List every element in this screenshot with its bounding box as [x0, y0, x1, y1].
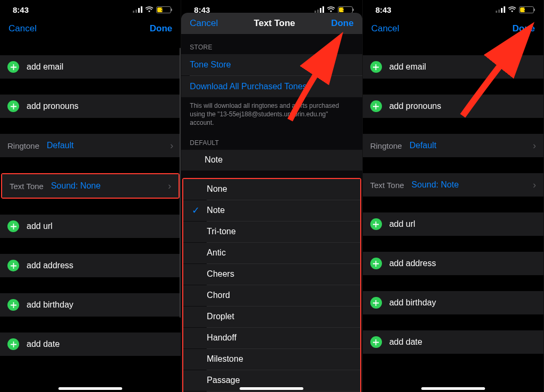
- screen-text-tone-sheet: 8:43 36 Cancel Text Tone Done Store Tone…: [181, 0, 362, 392]
- battery-icon: 37: [156, 6, 171, 13]
- home-indicator[interactable]: [240, 387, 303, 390]
- svg-rect-6: [320, 8, 321, 13]
- tone-option[interactable]: Droplet: [183, 306, 360, 327]
- section-header-default: Default: [181, 130, 362, 150]
- svg-rect-2: [138, 8, 140, 13]
- tone-option[interactable]: Chord: [183, 285, 360, 306]
- tone-name: Handoff: [207, 333, 351, 343]
- wifi-icon: [508, 6, 516, 13]
- ringtone-row[interactable]: Ringtone Default ›: [363, 134, 543, 157]
- chevron-right-icon: ›: [533, 180, 536, 191]
- tone-store-row[interactable]: Tone Store: [181, 54, 362, 75]
- tone-option-top[interactable]: Note: [181, 150, 362, 171]
- add-url-row[interactable]: add url: [0, 215, 181, 238]
- text-tone-row[interactable]: Text Tone Sound: None ›: [2, 174, 178, 198]
- tone-name: Antic: [207, 248, 351, 258]
- tone-option[interactable]: ✓Note: [183, 200, 360, 221]
- done-button[interactable]: Done: [512, 23, 535, 34]
- battery-icon: 36: [338, 6, 353, 13]
- plus-icon: [7, 220, 19, 232]
- plus-icon: [370, 218, 382, 230]
- nav-bar: Cancel Done: [0, 18, 181, 39]
- tone-option[interactable]: Cheers: [183, 264, 360, 285]
- svg-rect-7: [322, 6, 324, 13]
- tone-name: None: [207, 184, 351, 194]
- plus-icon: [370, 336, 382, 348]
- cellular-icon: [314, 6, 324, 13]
- download-tones-row[interactable]: Download All Purchased Tones: [181, 76, 362, 97]
- done-button[interactable]: Done: [150, 23, 173, 34]
- highlight-annotation: None✓NoteTri-toneAnticCheersChordDroplet…: [182, 178, 361, 392]
- tone-name: Droplet: [207, 312, 351, 321]
- tone-option[interactable]: None: [183, 179, 360, 200]
- cellular-icon: [496, 6, 505, 13]
- plus-icon: [370, 61, 382, 73]
- svg-rect-11: [504, 6, 505, 13]
- plus-icon: [7, 260, 19, 271]
- home-indicator[interactable]: [58, 387, 122, 390]
- add-pronouns-row[interactable]: add pronouns: [363, 95, 543, 118]
- section-header-store: Store: [181, 34, 362, 54]
- status-time: 8:43: [13, 5, 29, 14]
- plus-icon: [7, 299, 19, 311]
- add-address-row[interactable]: add address: [0, 254, 181, 277]
- plus-icon: [7, 100, 19, 112]
- add-birthday-row[interactable]: add birthday: [0, 293, 181, 317]
- svg-rect-10: [501, 8, 503, 13]
- tone-name: Passage: [207, 376, 351, 385]
- battery-icon: 36: [519, 6, 534, 13]
- screen-contact-edit-2: 8:43 36 Cancel Done add email add p: [363, 0, 544, 392]
- status-bar: 8:43 37: [0, 0, 181, 18]
- ringtone-row[interactable]: Ringtone Default ›: [0, 134, 181, 157]
- content-scroll[interactable]: add email add pronouns Ringtone Default …: [363, 39, 543, 392]
- add-date-row[interactable]: add date: [0, 333, 181, 356]
- tone-option[interactable]: Antic: [183, 243, 360, 263]
- done-button[interactable]: Done: [331, 18, 354, 29]
- chevron-right-icon: ›: [168, 181, 171, 192]
- add-address-row[interactable]: add address: [363, 252, 543, 275]
- wifi-icon: [327, 6, 335, 13]
- tone-option[interactable]: Tri-tone: [183, 221, 360, 242]
- plus-icon: [7, 61, 19, 73]
- tone-option[interactable]: Milestone: [183, 349, 360, 370]
- add-birthday-row[interactable]: add birthday: [363, 291, 543, 314]
- svg-rect-9: [498, 10, 500, 13]
- status-time: 8:43: [376, 5, 392, 14]
- highlight-annotation: Text Tone Sound: None ›: [1, 173, 180, 199]
- wifi-icon: [145, 6, 154, 13]
- svg-rect-3: [141, 6, 142, 13]
- tone-name: Chord: [207, 291, 351, 300]
- tone-name: Note: [207, 206, 351, 215]
- add-url-row[interactable]: add url: [363, 212, 543, 236]
- cellular-icon: [133, 6, 142, 13]
- tone-option[interactable]: Handoff: [183, 328, 360, 348]
- svg-rect-0: [133, 11, 134, 13]
- store-info-text: This will download all ringtones and ale…: [181, 97, 362, 130]
- nav-bar: Cancel Done: [363, 18, 543, 39]
- sheet-nav-bar: Cancel Text Tone Done: [181, 13, 362, 34]
- plus-icon: [370, 258, 382, 269]
- add-date-row[interactable]: add date: [363, 330, 543, 354]
- cancel-button[interactable]: Cancel: [371, 23, 400, 34]
- tone-name: Tri-tone: [207, 227, 351, 236]
- modal-sheet: Cancel Text Tone Done Store Tone Store D…: [181, 13, 362, 392]
- screen-contact-edit-1: 8:43 37 Cancel Done add email add p: [0, 0, 181, 392]
- sheet-title: Text Tone: [254, 18, 295, 29]
- tone-list: None✓NoteTri-toneAnticCheersChordDroplet…: [183, 179, 360, 392]
- cancel-button[interactable]: Cancel: [190, 18, 218, 29]
- content-scroll[interactable]: add email add pronouns Ringtone Default …: [0, 39, 181, 392]
- tone-name: Milestone: [207, 354, 351, 364]
- text-tone-row[interactable]: Text Tone Sound: Note ›: [363, 173, 543, 197]
- plus-icon: [7, 338, 19, 350]
- home-indicator[interactable]: [421, 387, 485, 390]
- add-email-row[interactable]: add email: [363, 55, 543, 79]
- status-bar: 8:43 36: [363, 0, 543, 18]
- chevron-right-icon: ›: [170, 140, 173, 151]
- cancel-button[interactable]: Cancel: [8, 23, 37, 34]
- svg-rect-8: [496, 11, 497, 13]
- chevron-right-icon: ›: [533, 140, 536, 151]
- checkmark-icon: ✓: [192, 204, 207, 216]
- add-email-row[interactable]: add email: [0, 55, 181, 79]
- add-pronouns-row[interactable]: add pronouns: [0, 95, 181, 118]
- plus-icon: [370, 100, 382, 112]
